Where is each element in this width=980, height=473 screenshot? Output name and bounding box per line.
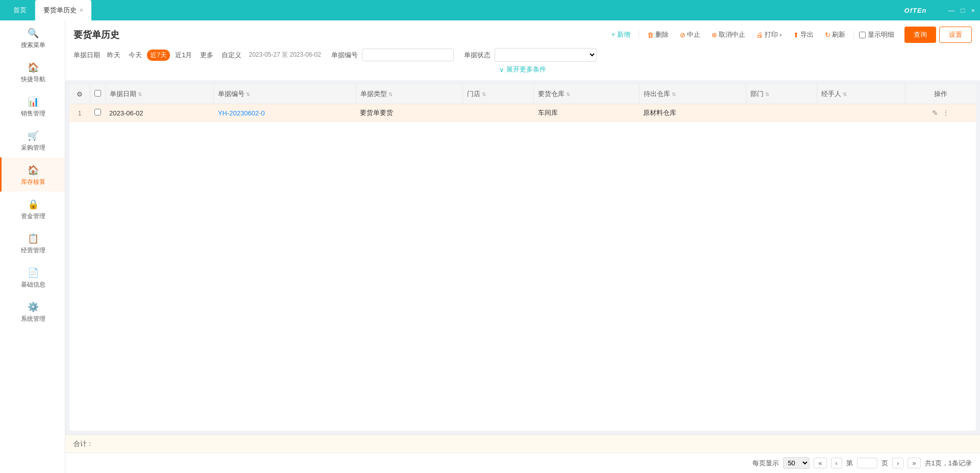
sidebar-item-sales[interactable]: 📊 销售管理	[0, 89, 65, 123]
th-store-sort[interactable]: 门店 ⇅	[467, 89, 529, 99]
select-all-checkbox[interactable]	[94, 90, 101, 97]
pagination: 每页显示 10 20 50 100 « ‹ 第 1 页 › » 共1页，1条记录	[65, 453, 980, 473]
th-order-no-sort[interactable]: 单据编号 ⇅	[218, 89, 351, 99]
search-menu-icon: 🔍	[28, 28, 39, 39]
sidebar-item-label: 销售管理	[21, 109, 45, 118]
tab-home[interactable]: 首页	[5, 0, 35, 20]
date-tab-more[interactable]: 更多	[197, 50, 216, 61]
close-tab-icon[interactable]: ×	[80, 7, 83, 14]
refresh-icon: ↻	[825, 31, 830, 39]
sidebar-item-purchase[interactable]: 🛒 采购管理	[0, 123, 65, 157]
table-header-row: ⚙ 单据日期 ⇅ 单据编号	[69, 84, 976, 104]
delete-button[interactable]: 🗑 删除	[644, 28, 672, 41]
print-button[interactable]: 🖨 打印 ▾	[753, 28, 785, 41]
more-row-button[interactable]: ⋮	[942, 109, 949, 117]
main-layout: 🔍 搜索菜单 🏠 快捷导航 📊 销售管理 🛒 采购管理 🏠 库存核算 🔒 资金管…	[0, 20, 980, 473]
first-page-button[interactable]: «	[814, 458, 826, 468]
row-checkbox-cell[interactable]	[90, 104, 105, 122]
sidebar-item-inventory[interactable]: 🏠 库存核算	[0, 157, 65, 192]
order-no-input[interactable]	[362, 49, 454, 61]
date-tab-yesterday[interactable]: 昨天	[104, 50, 124, 61]
row-date: 2023-06-02	[105, 104, 214, 122]
print-dropdown-icon[interactable]: ▾	[779, 32, 782, 38]
page-header: 要货单历史 + 新增 🗑 删除 ⊘ 中止 ⊛	[65, 20, 980, 80]
table-container: ⚙ 单据日期 ⇅ 单据编号	[69, 84, 976, 431]
date-tab-today[interactable]: 今天	[126, 50, 145, 61]
operation-icon: 📋	[28, 233, 39, 244]
th-pending-warehouse-sort[interactable]: 待出仓库 ⇅	[644, 89, 742, 99]
row-store	[462, 104, 533, 122]
orders-table: ⚙ 单据日期 ⇅ 单据编号	[69, 84, 976, 122]
query-button[interactable]: 查询	[904, 27, 936, 43]
sidebar-item-system[interactable]: ⚙️ 系统管理	[0, 294, 65, 328]
next-page-button[interactable]: ›	[892, 458, 903, 468]
home-icon: 🏠	[28, 62, 39, 73]
system-icon: ⚙️	[28, 301, 39, 313]
date-tab-7days[interactable]: 近7天	[147, 50, 170, 61]
cancel-stop-button[interactable]: ⊛ 取消中止	[708, 28, 748, 41]
chevron-down-icon: ∨	[499, 66, 504, 74]
sort-icon: ⇅	[672, 91, 676, 97]
prev-page-button[interactable]: ‹	[831, 458, 842, 468]
th-order-type-sort[interactable]: 单据类型 ⇅	[360, 89, 458, 99]
maximize-btn[interactable]: □	[961, 7, 965, 14]
print-icon: 🖨	[756, 31, 763, 39]
sort-icon: ⇅	[138, 91, 142, 97]
row-handler	[817, 104, 905, 122]
th-store: 门店 ⇅	[462, 84, 533, 104]
date-filter-label: 单据日期	[74, 51, 100, 60]
th-settings[interactable]: ⚙	[69, 84, 90, 104]
delete-icon: 🗑	[647, 31, 654, 39]
finance-icon: 🔒	[28, 199, 39, 210]
th-checkbox[interactable]	[90, 84, 105, 104]
th-date: 单据日期 ⇅	[105, 84, 214, 104]
basic-info-icon: 📄	[28, 267, 39, 278]
new-button[interactable]: + 新增	[608, 28, 633, 41]
cancel-stop-icon: ⊛	[712, 31, 717, 39]
brand-label: OfTEn	[904, 7, 927, 14]
status-select[interactable]	[495, 48, 597, 62]
date-range-display: 2023-05-27 至 2023-06-02	[249, 51, 321, 59]
date-tab-custom[interactable]: 自定义	[218, 50, 244, 61]
close-window-btn[interactable]: ×	[971, 7, 975, 14]
expand-more-button[interactable]: ∨ 展开更多条件	[74, 62, 972, 76]
sidebar-item-finance[interactable]: 🔒 资金管理	[0, 192, 65, 226]
order-no-link[interactable]: YH-20230602-0	[218, 109, 265, 117]
divider	[639, 31, 639, 39]
date-tabs: 昨天 今天 近7天 近1月 更多 自定义	[104, 50, 244, 61]
table-settings-icon[interactable]: ⚙	[77, 90, 83, 98]
th-handler-sort[interactable]: 经手人 ⇅	[821, 89, 901, 99]
settings-button[interactable]: 设置	[939, 27, 972, 43]
sidebar-item-basic-info[interactable]: 📄 基础信息	[0, 260, 65, 294]
refresh-button[interactable]: ↻ 刷新	[822, 28, 848, 41]
edit-row-button[interactable]: ✎	[932, 109, 938, 117]
date-tab-1month[interactable]: 近1月	[172, 50, 195, 61]
tab-order-history[interactable]: 要货单历史 ×	[35, 0, 91, 20]
th-req-warehouse: 要货仓库 ⇅	[534, 84, 639, 104]
per-page-select[interactable]: 10 20 50 100	[783, 457, 810, 469]
content-area: 要货单历史 + 新增 🗑 删除 ⊘ 中止 ⊛	[65, 20, 980, 473]
minimize-btn[interactable]: —	[948, 7, 955, 14]
th-department-sort[interactable]: 部门 ⇅	[750, 89, 813, 99]
inventory-icon: 🏠	[28, 164, 39, 176]
last-page-button[interactable]: »	[908, 458, 920, 468]
export-icon: ⬆	[793, 31, 799, 39]
sort-icon: ⇅	[388, 91, 393, 97]
th-req-warehouse-sort[interactable]: 要货仓库 ⇅	[538, 89, 634, 99]
sidebar-item-label: 基础信息	[21, 280, 45, 289]
export-button[interactable]: ⬆ 导出	[790, 28, 817, 41]
th-pending-warehouse: 待出仓库 ⇅	[639, 84, 746, 104]
th-date-sort[interactable]: 单据日期 ⇅	[110, 89, 210, 99]
show-detail-checkbox-label[interactable]: 显示明细	[859, 30, 894, 39]
filter-area: 单据日期 昨天 今天 近7天 近1月 更多 自定义 2023-05-27 至 2…	[74, 48, 972, 80]
sidebar-item-quicknav[interactable]: 🏠 快捷导航	[0, 55, 65, 89]
row-checkbox[interactable]	[94, 109, 101, 115]
show-detail-checkbox[interactable]	[859, 32, 866, 38]
sidebar: 🔍 搜索菜单 🏠 快捷导航 📊 销售管理 🛒 采购管理 🏠 库存核算 🔒 资金管…	[0, 20, 65, 473]
sidebar-item-search[interactable]: 🔍 搜索菜单	[0, 20, 65, 55]
page-input[interactable]: 1	[857, 458, 877, 468]
sidebar-item-operation[interactable]: 📋 经营管理	[0, 226, 65, 260]
stop-button[interactable]: ⊘ 中止	[677, 28, 703, 41]
row-order-no[interactable]: YH-20230602-0	[214, 104, 356, 122]
purchase-icon: 🛒	[28, 130, 39, 141]
